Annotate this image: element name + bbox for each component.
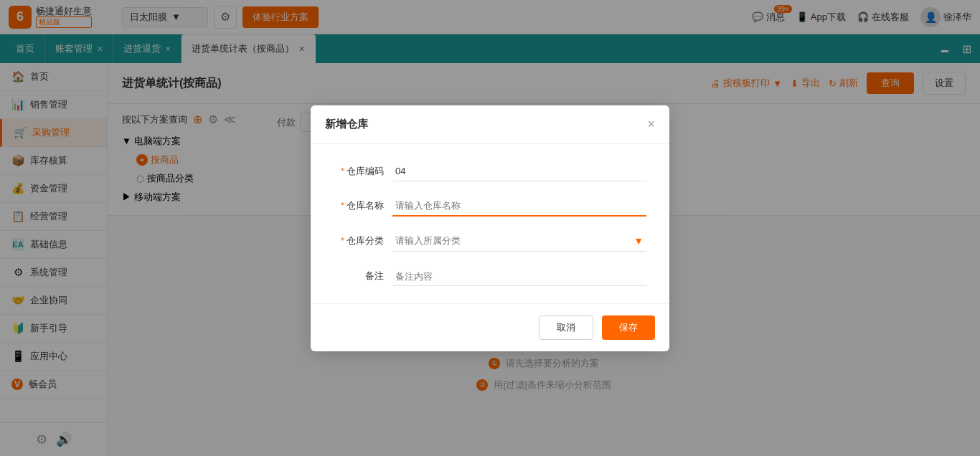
note-label: 备注	[334, 270, 384, 282]
category-input[interactable]	[395, 235, 633, 246]
warehouse-category-row: 仓库分类 ▼	[334, 231, 646, 252]
note-textarea[interactable]	[392, 266, 646, 286]
chevron-down-icon: ▼	[633, 235, 644, 247]
warehouse-name-row: 仓库名称	[334, 196, 646, 217]
warehouse-name-input[interactable]	[392, 196, 646, 217]
save-button[interactable]: 保存	[602, 315, 655, 340]
category-select-wrap[interactable]: ▼	[392, 231, 646, 252]
category-label: 仓库分类	[334, 234, 384, 247]
dialog-overlay: 新增仓库 × 仓库编码 仓库名称 仓库分类 ▼	[0, 0, 980, 456]
dialog-title: 新增仓库	[325, 118, 368, 131]
warehouse-code-input[interactable]	[392, 161, 646, 181]
add-warehouse-dialog: 新增仓库 × 仓库编码 仓库名称 仓库分类 ▼	[311, 105, 669, 351]
name-label: 仓库名称	[334, 199, 384, 212]
dialog-footer: 取消 保存	[311, 303, 669, 351]
dialog-close-button[interactable]: ×	[647, 117, 655, 132]
dialog-body: 仓库编码 仓库名称 仓库分类 ▼ 备注	[311, 144, 669, 303]
warehouse-note-row: 备注	[334, 266, 646, 286]
cancel-button[interactable]: 取消	[539, 315, 593, 340]
code-label: 仓库编码	[334, 165, 384, 178]
warehouse-code-row: 仓库编码	[334, 161, 646, 181]
dialog-header: 新增仓库 ×	[311, 105, 669, 144]
